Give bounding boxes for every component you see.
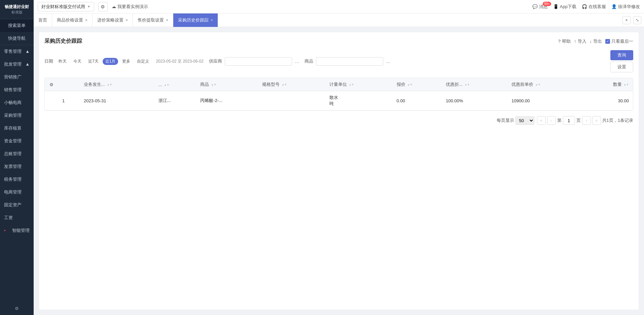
app-download-button[interactable]: 📱 App下载: [553, 4, 576, 10]
query-button[interactable]: 查询: [610, 50, 633, 60]
sidebar-item-tax[interactable]: 税务管理: [0, 173, 34, 186]
import-link[interactable]: ↑ 导入: [574, 38, 586, 44]
sidebar-item-ecommerce-small[interactable]: 小畅电商: [0, 96, 34, 109]
prev-page-button[interactable]: ‹: [547, 116, 556, 125]
search-label: 搜索菜单: [8, 23, 26, 28]
tab-price-close-icon[interactable]: ×: [85, 18, 87, 23]
sidebar-item-wholesale[interactable]: 批发管理 ▲: [0, 58, 34, 71]
goods-dots[interactable]: ...: [386, 58, 390, 64]
tab-sale-extract[interactable]: 售价提取设置 ×: [133, 13, 173, 27]
tab-home[interactable]: 首页: [34, 13, 52, 27]
tab-price-label: 商品价格设置: [57, 17, 83, 23]
col-pre-discount[interactable]: 优惠前单价 ▲▼: [507, 78, 583, 91]
settings-button[interactable]: 设置: [610, 62, 633, 72]
page-actions: ? 帮助 ↑ 导入 ↓ 导出 只看最后一: [558, 38, 633, 44]
col-extra[interactable]: ... ▲▼: [154, 78, 196, 91]
salary-label: 工资: [4, 215, 13, 221]
sidebar-item-finance[interactable]: 资金管理: [0, 135, 34, 147]
retail-label: 零售管理: [4, 48, 22, 55]
sidebar-item-retail[interactable]: 零售管理 ▲: [0, 45, 34, 58]
col-settings[interactable]: ⚙: [45, 78, 58, 91]
sidebar-item-invoice[interactable]: 发票管理: [0, 160, 34, 173]
date-btn-more[interactable]: 更多: [119, 58, 133, 65]
sidebar-settings[interactable]: ⚙: [0, 302, 34, 315]
date-btn-last7[interactable]: 近7天: [85, 58, 101, 65]
tab-sale-extract-close-icon[interactable]: ×: [166, 18, 168, 23]
col-spec[interactable]: 规格型号 ▲▼: [258, 78, 325, 91]
next-page-button[interactable]: ›: [582, 116, 591, 125]
help-link[interactable]: ? 帮助: [558, 38, 571, 44]
sidebar-item-smart[interactable]: ● 智能管理: [0, 224, 34, 237]
sidebar-item-ecommerce[interactable]: 电商管理: [0, 186, 34, 199]
date-range-display: 2023-05-02 至 2023-06-02: [156, 59, 203, 64]
col-price[interactable]: 报价 ▲▼: [393, 78, 442, 91]
date-options: 昨天 今天 近7天 近1月 更多 自定义: [56, 58, 152, 65]
page-unit: 页: [576, 117, 581, 124]
sidebar-quick-nav[interactable]: 快捷导航: [0, 32, 34, 45]
online-service-button[interactable]: 🎧 在线客服: [582, 4, 606, 10]
user-info[interactable]: 👤 徐泽华修改: [611, 4, 640, 10]
last-page-button[interactable]: »: [592, 116, 601, 125]
tab-purchase-strategy-close-icon[interactable]: ×: [126, 18, 128, 23]
topbar-gear-button[interactable]: ⚙: [98, 2, 108, 11]
sidebar-item-assets[interactable]: 固定资产: [0, 199, 34, 211]
message-icon: 💬: [532, 4, 538, 9]
sort-icon-discount: ▲▼: [464, 83, 470, 86]
date-btn-last1month[interactable]: 近1月: [103, 58, 118, 65]
first-page-button[interactable]: «: [537, 116, 546, 125]
user-name: 徐泽华修改: [618, 4, 640, 10]
goods-input[interactable]: [316, 57, 383, 66]
date-btn-today[interactable]: 今天: [71, 58, 84, 65]
page-card: 采购历史价跟踪 ? 帮助 ↑ 导入 ↓ 导出: [39, 32, 639, 310]
col-discount[interactable]: 优惠折... ▲▼: [442, 78, 507, 91]
message-badge: 99+: [543, 2, 551, 6]
sidebar-item-accounting[interactable]: 总账管理: [0, 147, 34, 160]
page-number-input[interactable]: [563, 116, 575, 125]
sort-icon-price: ▲▼: [407, 83, 413, 86]
table-settings-icon: ⚙: [49, 82, 53, 87]
quick-nav-label: 快捷导航: [8, 36, 26, 41]
date-label: 日期: [44, 58, 53, 64]
page-title: 采购历史价跟踪: [44, 38, 82, 45]
sidebar-search[interactable]: 搜索菜单: [0, 19, 34, 32]
col-goods[interactable]: 商品 ▲▼: [196, 78, 258, 91]
tab-close-button[interactable]: ×: [622, 16, 631, 24]
row-discount: 100.00%: [442, 91, 507, 110]
sidebar-item-sales[interactable]: 销售管理: [0, 83, 34, 96]
product-selector[interactable]: 好业财标准版交付试用 ▼: [38, 2, 94, 11]
headset-icon: 🎧: [582, 4, 587, 9]
export-link[interactable]: ↓ 导出: [590, 38, 602, 44]
supplier-input[interactable]: [225, 57, 292, 66]
col-unit[interactable]: 计量单位 ▲▼: [325, 78, 393, 91]
content-area: 采购历史价跟踪 ? 帮助 ↑ 导入 ↓ 导出: [34, 27, 644, 315]
tab-purchase-strategy[interactable]: 进价策略设置 ×: [93, 13, 133, 27]
sidebar-item-marketing[interactable]: 营销推广: [0, 71, 34, 83]
marketing-label: 营销推广: [4, 74, 22, 80]
sort-icon-spec: ▲▼: [282, 83, 287, 86]
sidebar-item-purchase[interactable]: 采购管理: [0, 109, 34, 122]
message-button[interactable]: 💬 消息 99+: [532, 4, 548, 10]
pagination: 每页显示 20 50 100 « ‹ 第 页 › » 共1页，1条记录: [44, 116, 633, 125]
date-btn-custom[interactable]: 自定义: [134, 58, 152, 65]
row-quantity: 30.00: [584, 91, 633, 110]
tab-history-price[interactable]: 采购历史价跟踪 ×: [173, 13, 218, 27]
help-label: 帮助: [562, 38, 571, 44]
col-biz-date[interactable]: 业务发生... ▲▼: [80, 78, 154, 91]
tax-label: 税务管理: [4, 176, 22, 182]
date-btn-yesterday[interactable]: 昨天: [56, 58, 69, 65]
col-quantity[interactable]: 数量 ▲▼: [584, 78, 633, 91]
smart-label: 智能管理: [12, 228, 30, 234]
sidebar-item-salary[interactable]: 工资: [0, 211, 34, 224]
topbar: 好业财标准版交付试用 ▼ ⚙ ☁ 我要看实例演示 💬 消息 99+ 📱 App下…: [34, 0, 644, 13]
demo-link[interactable]: ☁ 我要看实例演示: [112, 4, 148, 10]
per-page-dropdown[interactable]: 20 50 100: [515, 116, 534, 125]
tabs-bar: 首页 商品价格设置 × 进价策略设置 × 售价提取设置 × 采购历史价跟踪 × …: [34, 13, 644, 27]
settings-icon: ⚙: [15, 306, 19, 311]
tab-history-price-close-icon[interactable]: ×: [211, 18, 213, 23]
tab-expand-button[interactable]: ⤡: [633, 16, 641, 24]
tabs-actions: × ⤡: [622, 16, 644, 24]
tab-price[interactable]: 商品价格设置 ×: [52, 13, 93, 27]
only-last-checkbox[interactable]: 只看最后一: [605, 38, 633, 44]
sidebar-item-inventory[interactable]: 库存核算: [0, 122, 34, 135]
supplier-dots[interactable]: ...: [295, 58, 299, 64]
